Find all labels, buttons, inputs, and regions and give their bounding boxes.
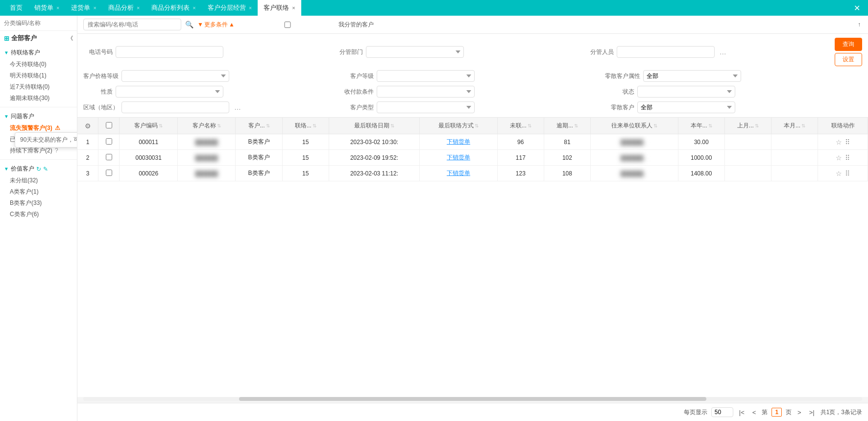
sidebar-search-input[interactable]: [4, 20, 77, 26]
tab-product-analysis-list[interactable]: 商品分析列表 ×: [145, 0, 201, 16]
close-purchase-order-tab[interactable]: ×: [93, 5, 96, 11]
select-all-checkbox[interactable]: [106, 122, 112, 128]
tab-home[interactable]: 首页: [4, 0, 28, 16]
person-dots-btn[interactable]: …: [718, 48, 728, 56]
sidebar-group-value-header[interactable]: ▼ 价值客户 ↻ ✎: [0, 163, 77, 175]
th-this-month[interactable]: 本月...⇅: [771, 118, 818, 134]
status-select[interactable]: [637, 86, 735, 98]
sidebar-item-overdue-pending[interactable]: 逾期未联络(30): [0, 93, 77, 104]
th-name[interactable]: 客户名称⇅: [177, 118, 236, 134]
horizontal-scrollbar[interactable]: [83, 397, 862, 401]
phone-input[interactable]: [116, 46, 223, 58]
total-label: 共1页，3条记录: [820, 408, 862, 417]
tab-sales-order[interactable]: 销货单 ×: [28, 0, 65, 16]
th-year-amount[interactable]: 本年...⇅: [678, 118, 724, 134]
settings-gear-icon[interactable]: ⚙: [85, 122, 91, 130]
zero-attr-label: 零散客户属性: [605, 72, 640, 80]
zero-attr-select[interactable]: 全部: [643, 70, 741, 82]
close-window-btn[interactable]: ✕: [850, 3, 864, 13]
export-btn[interactable]: ↑: [858, 21, 862, 28]
refresh-icon[interactable]: ↻: [36, 166, 41, 173]
contact-action-icon-1[interactable]: ☆: [836, 154, 842, 162]
row-checkbox-2[interactable]: [106, 170, 112, 176]
edit-icon[interactable]: ✎: [43, 166, 48, 173]
sidebar-item-ungrouped[interactable]: 未分组(32): [0, 175, 77, 186]
th-last-contact-date[interactable]: 最后联络日期⇅: [329, 118, 419, 134]
th-contact-count[interactable]: 联络...⇅: [282, 118, 329, 134]
sort-icon-date: ⇅: [390, 123, 394, 128]
sort-icon-overdue: ⇅: [574, 123, 578, 128]
search-input[interactable]: [83, 19, 181, 30]
contact-way-link-1[interactable]: 下销货单: [447, 154, 470, 161]
sidebar-item-7days-pending[interactable]: 近7天待联络(0): [0, 81, 77, 93]
filter-row-1: 电话号码 分管部门 分管人员 … 查询 设置: [83, 38, 862, 66]
contact-way-link-0[interactable]: 下销货单: [447, 138, 470, 145]
th-last-contact-way[interactable]: 最后联络方式⇅: [420, 118, 498, 134]
th-code[interactable]: 客户编码⇅: [120, 118, 178, 134]
close-customer-segment-tab[interactable]: ×: [249, 5, 252, 11]
th-customer-type[interactable]: 客户...⇅: [236, 118, 282, 134]
payment-select[interactable]: [377, 86, 475, 98]
tab-customer-segment[interactable]: 客户分层经营 ×: [202, 0, 258, 16]
prev-page-btn[interactable]: <: [750, 408, 758, 417]
top-nav: 首页 销货单 × 进货单 × 商品分析 × 商品分析列表 × 客户分层经营 × …: [0, 0, 868, 16]
level-select[interactable]: [377, 70, 475, 82]
settings-btn[interactable]: 设置: [835, 53, 862, 66]
filter-field-customer-type: 客户类型: [344, 101, 602, 113]
contact-action-icon-0[interactable]: ☆: [836, 138, 842, 146]
person-input[interactable]: [617, 46, 715, 58]
close-product-analysis-tab[interactable]: ×: [137, 5, 140, 11]
th-uncontact[interactable]: 未联...⇅: [497, 118, 544, 134]
sidebar-item-tomorrow-pending[interactable]: 明天待联络(1): [0, 70, 77, 81]
row-checkbox-0[interactable]: [106, 138, 112, 145]
contact-action-icon-2[interactable]: ☆: [836, 170, 842, 177]
cell-contact-count-2: 15: [282, 166, 329, 181]
tab-purchase-order[interactable]: 进货单 ×: [65, 0, 102, 16]
close-product-analysis-list-tab[interactable]: ×: [193, 5, 195, 11]
close-sales-order-tab[interactable]: ×: [56, 5, 59, 11]
row-checkbox-1[interactable]: [106, 154, 112, 160]
more-action-icon-0[interactable]: ⠿: [845, 138, 850, 146]
price-level-select[interactable]: [121, 70, 229, 82]
th-settings[interactable]: ⚙: [77, 118, 98, 134]
contact-way-link-2[interactable]: 下销货单: [447, 170, 470, 176]
filter-field-region: 区域（地区） …: [83, 101, 340, 113]
dept-select[interactable]: [366, 46, 464, 58]
th-contact-person[interactable]: 往来单位联系人⇅: [591, 118, 678, 134]
sort-icon-name: ⇅: [217, 123, 221, 128]
more-action-icon-2[interactable]: ⠿: [845, 170, 850, 177]
region-input[interactable]: [121, 101, 229, 113]
last-page-btn[interactable]: >|: [807, 408, 817, 417]
sidebar-item-class-a[interactable]: A类客户(1): [0, 186, 77, 198]
sidebar-all-customers[interactable]: ⊞ 全部客户 《: [0, 31, 77, 46]
tab-product-analysis[interactable]: 商品分析 ×: [102, 0, 145, 16]
sidebar-item-today-pending[interactable]: 今天待联络(0): [0, 59, 77, 70]
search-btn[interactable]: 🔍: [185, 21, 193, 28]
sidebar-item-class-c[interactable]: C类客户(6): [0, 209, 77, 220]
more-conditions-btn[interactable]: ▼ 更多条件 ▲: [197, 21, 235, 29]
sidebar-group-pending-header[interactable]: ▼ 待联络客户: [0, 47, 77, 59]
gender-select[interactable]: [116, 86, 223, 98]
filter-field-level: 客户等级: [344, 70, 602, 82]
region-dots-btn[interactable]: …: [232, 103, 243, 111]
th-checkbox: [98, 118, 120, 134]
sidebar-item-class-b[interactable]: B类客户(33): [0, 198, 77, 209]
my-customers-checkbox[interactable]: [239, 22, 337, 28]
customer-type-select[interactable]: [377, 101, 475, 113]
tab-customer-contact[interactable]: 客户联络 ×: [258, 0, 301, 16]
scrollbar-thumb[interactable]: [239, 397, 706, 401]
th-overdue[interactable]: 逾期...⇅: [544, 118, 590, 134]
more-action-icon-1[interactable]: ⠿: [845, 154, 850, 162]
sidebar-group-problem: ▼ 问题客户 90天未交易的客户，可能有流失风险。 流失预警客户(3) ⚠ 已流…: [0, 109, 77, 157]
close-customer-contact-tab[interactable]: ×: [292, 5, 295, 11]
my-customers-checkbox-label[interactable]: 我分管的客户: [239, 21, 374, 29]
collapse-icon: 《: [68, 35, 73, 42]
first-page-btn[interactable]: |<: [737, 408, 747, 417]
page-size-select[interactable]: 50 100 200: [711, 407, 733, 417]
zero-customer-select[interactable]: 全部: [637, 101, 735, 113]
next-page-btn[interactable]: >: [796, 408, 803, 417]
th-last-month[interactable]: 上月...⇅: [724, 118, 771, 134]
sidebar-group-problem-header[interactable]: ▼ 问题客户: [0, 110, 77, 123]
cell-contact-count-0: 15: [282, 134, 329, 150]
query-btn[interactable]: 查询: [835, 38, 862, 51]
